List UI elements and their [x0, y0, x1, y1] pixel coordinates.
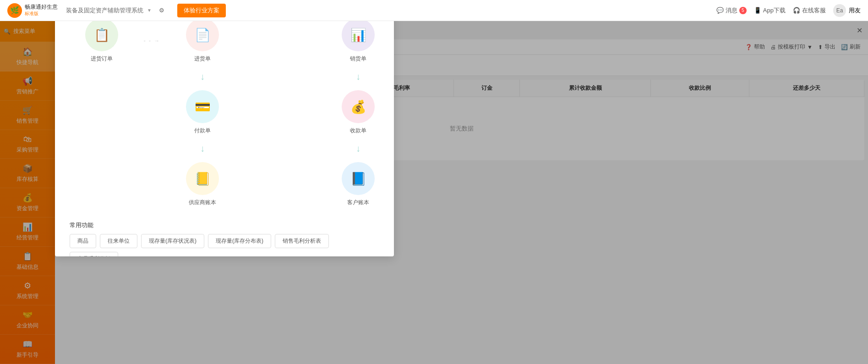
customer-ledger-icon: 📘	[342, 162, 375, 195]
down-arrow-purchase: ↓	[170, 71, 235, 82]
purchase-order-icon: 📋	[85, 18, 118, 51]
func-btn-stock-dist[interactable]: 现存量(库存分布表)	[208, 234, 271, 248]
supplier-ledger-icon: 📒	[186, 162, 219, 195]
func-buttons: 商品 往来单位 现存量(库存状况表) 现存量(库存分布表) 销售毛利分析表 商品…	[70, 234, 379, 256]
online-service-action[interactable]: 🎧 在线客服	[793, 6, 826, 15]
logo-text: 畅康通好生意	[25, 4, 58, 11]
app-download-action[interactable]: 📱 App下载	[754, 6, 786, 15]
func-btn-goods[interactable]: 商品	[70, 234, 96, 248]
purchase-bill-icon: 📄	[186, 18, 219, 51]
node-customer-ledger[interactable]: 📘 客户账本	[326, 155, 390, 214]
online-service-label: 在线客服	[802, 6, 826, 15]
arrow-2: ← - -	[390, 38, 394, 44]
down-arrow-receipt: ↓	[326, 143, 390, 154]
service-icon: 🎧	[793, 7, 800, 14]
supplier-ledger-label: 供应商账本	[189, 199, 216, 206]
func-btn-partner[interactable]: 往来单位	[100, 234, 137, 248]
logo-sub: 标准版	[25, 11, 58, 17]
node-receipt[interactable]: 💰 收款单	[326, 83, 390, 142]
logo-text-block: 畅康通好生意 标准版	[25, 4, 58, 17]
message-icon: 💬	[716, 7, 724, 14]
sale-bill-icon: 📊	[342, 18, 375, 51]
customer-ledger-label: 客户账本	[347, 199, 369, 206]
receipt-icon: 💰	[342, 90, 375, 123]
user-area[interactable]: Ea 用友	[833, 4, 861, 17]
logo-icon: 🌿	[7, 3, 22, 18]
sale-bill-label: 销货单	[350, 55, 366, 63]
flow-diagram: 📋 进货订单 - - → 📄 进货单 📊 销货单 ← - - 📑 销售订单	[70, 11, 379, 214]
message-label: 消息	[726, 6, 737, 15]
system-title-text: 装备及固定资产辅助管理系统	[66, 6, 143, 15]
system-title: 装备及固定资产辅助管理系统 ▼ ⚙ 体验行业方案	[66, 4, 716, 17]
message-action[interactable]: 💬 消息 5	[716, 6, 747, 15]
modal-box: 📋 进货订单 - - → 📄 进货单 📊 销货单 ← - - 📑 销售订单	[55, 0, 394, 256]
modal-overlay[interactable]: 📋 进货订单 - - → 📄 进货单 📊 销货单 ← - - 📑 销售订单	[0, 0, 868, 364]
purchase-bill-label: 进货单	[194, 55, 211, 63]
user-label: 用友	[849, 6, 861, 15]
node-supplier-ledger[interactable]: 📒 供应商账本	[170, 155, 235, 214]
download-icon: 📱	[754, 7, 761, 14]
trial-button[interactable]: 体验行业方案	[177, 4, 226, 17]
func-btn-sales-gross[interactable]: 销售毛利分析表	[275, 234, 329, 248]
purchase-order-label: 进货订单	[91, 55, 113, 63]
down-arrow-sale: ↓	[326, 71, 390, 82]
payment-label: 付款单	[194, 127, 211, 135]
func-section: 常用功能 商品 往来单位 现存量(库存状况表) 现存量(库存分布表) 销售毛利分…	[70, 221, 379, 256]
node-payment[interactable]: 💳 付款单	[170, 83, 235, 142]
top-actions: 💬 消息 5 📱 App下载 🎧 在线客服 Ea 用友	[716, 4, 861, 17]
user-avatar: Ea	[833, 4, 846, 17]
top-bar: 🌿 畅康通好生意 标准版 装备及固定资产辅助管理系统 ▼ ⚙ 体验行业方案 💬 …	[0, 0, 868, 21]
settings-icon[interactable]: ⚙	[155, 4, 168, 17]
func-title: 常用功能	[70, 221, 379, 229]
func-btn-goods-gross[interactable]: 商品毛利分析	[70, 252, 118, 256]
message-badge: 5	[739, 7, 747, 14]
logo-area: 🌿 畅康通好生意 标准版	[7, 3, 62, 18]
func-btn-stock-status[interactable]: 现存量(库存状况表)	[141, 234, 204, 248]
app-download-label: App下载	[763, 6, 786, 15]
system-title-dropdown-icon[interactable]: ▼	[147, 8, 152, 13]
payment-icon: 💳	[186, 90, 219, 123]
arrow-1: - - →	[134, 38, 170, 44]
down-arrow-payment: ↓	[170, 143, 235, 154]
receipt-label: 收款单	[350, 127, 366, 135]
